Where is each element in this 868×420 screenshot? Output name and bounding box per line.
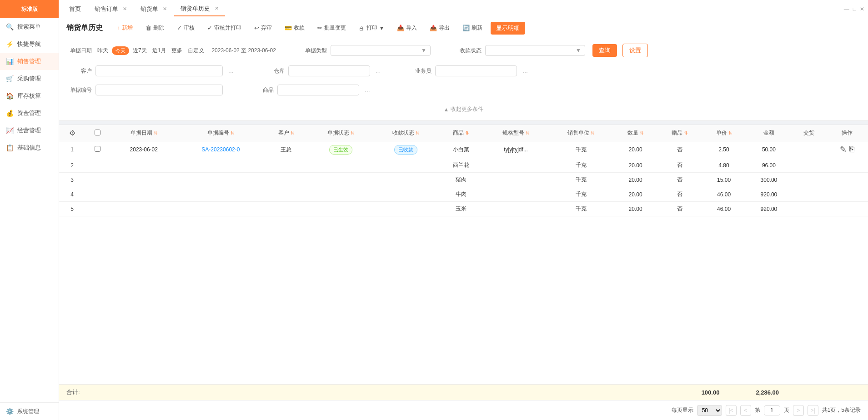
check-print-icon: ✓ [207, 25, 212, 31]
sidebar-item-inventory[interactable]: 🏠 库存核算 [0, 87, 59, 105]
col-goods[interactable]: 商品⇅ [438, 125, 483, 141]
date-shortcuts: 昨天 今天 近7天 近1月 更多 自定义 [95, 46, 206, 55]
sidebar-item-basicinfo[interactable]: 📋 基础信息 [0, 139, 59, 156]
sidebar: 标准版 🔍 搜索菜单 ⚡ 快捷导航 📊 销售管理 🛒 采购管理 🏠 库存核算 💰… [0, 0, 59, 420]
col-payment-status[interactable]: 收款状态⇅ [373, 125, 438, 141]
cell-payment-status: 已收款 [373, 141, 438, 158]
cell-checkbox[interactable] [85, 187, 110, 202]
tab-sales-history[interactable]: 销货单历史 ✕ [174, 2, 225, 16]
refresh-button[interactable]: 🔄 刷新 [458, 22, 487, 34]
cell-doc-num [177, 202, 264, 216]
col-customer[interactable]: 客户⇅ [264, 125, 308, 141]
page-first-btn[interactable]: |< [726, 405, 737, 416]
filter-doc-type: 单据类型 ▼ [301, 45, 431, 56]
payment-status-select[interactable]: ▼ [485, 45, 585, 56]
cell-transaction [792, 141, 826, 158]
warehouse-dots[interactable]: ... [376, 67, 381, 75]
doc-num-link[interactable]: SA-20230602-0 [201, 146, 240, 153]
sidebar-item-finance[interactable]: 💰 资金管理 [0, 105, 59, 122]
sidebar-item-quicknav[interactable]: ⚡ 快捷导航 [0, 35, 59, 53]
cell-checkbox[interactable] [85, 173, 110, 187]
customer-input[interactable] [95, 65, 223, 76]
goods-label: 商品 [248, 86, 274, 94]
payment-status-dropdown-icon: ▼ [576, 47, 581, 54]
page-input[interactable] [764, 405, 780, 415]
tab-close-delivery[interactable]: ✕ [163, 6, 167, 12]
sidebar-item-sales[interactable]: 📊 销售管理 [0, 53, 59, 70]
abandon-button[interactable]: ↩ 弃审 [250, 22, 276, 34]
tab-home[interactable]: 首页 [63, 2, 87, 16]
col-doc-status[interactable]: 单据状态⇅ [308, 125, 373, 141]
collapse-button[interactable]: ▲ 收起更多条件 [438, 104, 489, 115]
sidebar-item-purchase[interactable]: 🛒 采购管理 [0, 70, 59, 87]
col-spec[interactable]: 规格型号⇅ [483, 125, 548, 141]
shortcut-today[interactable]: 今天 [112, 46, 129, 55]
staff-dots[interactable]: ... [522, 67, 528, 75]
print-button[interactable]: 🖨 打印 ▼ [354, 22, 389, 34]
delete-button[interactable]: 🗑 删除 [141, 22, 169, 34]
cell-unit: 千克 [548, 141, 613, 158]
warehouse-input[interactable] [288, 65, 370, 76]
export-button[interactable]: 📤 导出 [425, 22, 454, 34]
sidebar-item-operations[interactable]: 📈 经营管理 [0, 122, 59, 139]
col-unit[interactable]: 销售单位⇅ [548, 125, 613, 141]
select-all-checkbox[interactable] [95, 130, 100, 135]
shortcut-custom[interactable]: 自定义 [186, 46, 206, 55]
tab-close-history[interactable]: ✕ [215, 5, 219, 11]
col-settings[interactable]: ⚙ [59, 125, 85, 141]
col-checkbox[interactable] [85, 125, 110, 141]
tab-close-sales-order[interactable]: ✕ [123, 6, 127, 12]
content-body: 单据日期 昨天 今天 近7天 近1月 更多 自定义 2023-06-02 至 2… [59, 38, 868, 420]
tab-sales-delivery[interactable]: 销货单 ✕ [134, 2, 173, 16]
col-gift[interactable]: 赠品⇅ [657, 125, 702, 141]
goods-dots[interactable]: ... [365, 86, 370, 94]
col-doc-num[interactable]: 单据编号⇅ [177, 125, 264, 141]
row-copy-btn[interactable]: ⎘ [849, 145, 854, 155]
settings-button[interactable]: 设置 [622, 44, 648, 57]
house-icon: 🏠 [5, 92, 14, 100]
doc-type-select[interactable]: ▼ [331, 45, 431, 56]
collapse-up-icon: ▲ [444, 106, 449, 113]
sidebar-item-system[interactable]: ⚙️ 系统管理 [0, 403, 59, 420]
tab-sales-order[interactable]: 销售订单 ✕ [88, 2, 133, 16]
docnum-input[interactable] [95, 85, 223, 95]
page-size-select[interactable]: 50 100 200 [697, 405, 722, 416]
page-next-btn[interactable]: > [793, 405, 804, 416]
review-print-button[interactable]: ✓ 审核并打印 [203, 22, 246, 34]
cell-rownum: 1 [59, 141, 85, 158]
cell-checkbox[interactable] [85, 141, 110, 158]
sidebar-item-label: 快捷导航 [17, 40, 41, 48]
warehouse-label: 仓库 [259, 67, 285, 75]
table-row: 4 牛肉 千克 20.00 否 46.00 920.00 [59, 187, 868, 202]
pagination: 每页显示 50 100 200 |< < 第 页 > >| 共1页，5条记录 [59, 400, 868, 420]
shortcut-1month[interactable]: 近1月 [151, 46, 168, 55]
display-detail-button[interactable]: 显示明细 [491, 22, 525, 35]
goods-input[interactable] [277, 85, 359, 95]
page-last-btn[interactable]: >| [808, 405, 818, 416]
staff-input[interactable] [435, 65, 517, 76]
cell-customer: 王总 [264, 141, 308, 158]
col-doc-date[interactable]: 单据日期⇅ [110, 125, 177, 141]
batch-change-button[interactable]: ✏ 批量变更 [313, 22, 351, 34]
review-button[interactable]: ✓ 审核 [172, 22, 199, 34]
window-close-btn[interactable]: ✕ [860, 6, 864, 12]
query-button[interactable]: 查询 [592, 44, 617, 57]
cell-payment-status [373, 158, 438, 173]
cell-price: 2.50 [702, 141, 746, 158]
shortcut-yesterday[interactable]: 昨天 [95, 46, 110, 55]
customer-dots[interactable]: ... [228, 67, 234, 75]
sidebar-item-search[interactable]: 🔍 搜索菜单 [0, 18, 59, 35]
filter-staff: 业务员 ... [406, 65, 528, 76]
shortcut-more[interactable]: 更多 [170, 46, 184, 55]
new-button[interactable]: + 新增 [112, 22, 137, 34]
cell-goods: 牛肉 [438, 187, 483, 202]
import-button[interactable]: 📥 导入 [392, 22, 421, 34]
cell-checkbox[interactable] [85, 158, 110, 173]
row-edit-btn[interactable]: ✎ [840, 145, 847, 155]
page-prev-btn[interactable]: < [740, 405, 751, 416]
shortcut-7days[interactable]: 近7天 [131, 46, 149, 55]
col-price[interactable]: 单价⇅ [702, 125, 746, 141]
collect-button[interactable]: 💳 收款 [280, 22, 309, 34]
cell-checkbox[interactable] [85, 202, 110, 216]
col-qty[interactable]: 数量⇅ [613, 125, 657, 141]
